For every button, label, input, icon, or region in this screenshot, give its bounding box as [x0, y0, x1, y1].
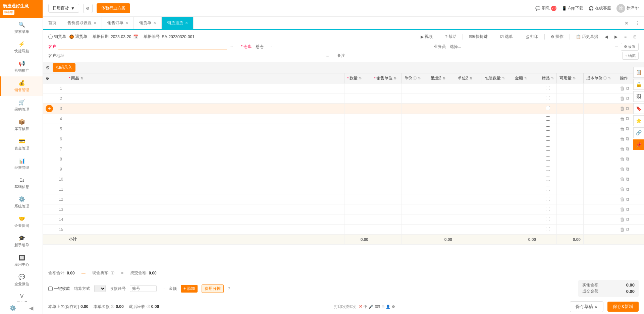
unit2-sort-icon[interactable]: ⇅ — [470, 76, 472, 80]
add-fee-btn[interactable]: + 添加 — [181, 285, 198, 293]
side-active-btn[interactable]: 📌 — [633, 139, 644, 150]
row-amount-1[interactable] — [512, 83, 539, 93]
header-settings-btn[interactable]: ⚙ — [83, 4, 93, 13]
account-more-icon[interactable]: ··· — [161, 286, 165, 291]
tab-sale-return-close[interactable]: ✕ — [185, 21, 188, 25]
sidebar-item-search[interactable]: 🔍 搜索菜单 — [0, 18, 43, 38]
salesperson-more-icon[interactable]: ··· — [615, 44, 618, 49]
sidebar-item-shortcut[interactable]: ⚡ 快捷导航 — [0, 38, 43, 57]
qty-sort-icon[interactable]: ⇅ — [359, 76, 362, 80]
del-icon-15[interactable]: 🗑 — [620, 227, 625, 232]
operate-btn[interactable]: ⚙ 操作 — [549, 33, 566, 40]
tab-sale-delivery[interactable]: 销货单 ✕ — [134, 17, 162, 29]
del-icon-13[interactable]: 🗑 — [620, 207, 625, 212]
th-package-qty[interactable]: 包装数量 ⇅ — [482, 73, 512, 83]
copy-icon-6[interactable]: ⧉ — [626, 136, 629, 142]
salesperson-input[interactable] — [448, 43, 612, 50]
side-link-btn[interactable]: 🔗 — [633, 127, 644, 138]
row-qty2-1[interactable] — [428, 83, 455, 93]
col-settings-icon[interactable]: ⚙ — [46, 65, 50, 70]
tab-menu-btn[interactable]: ⋮ — [633, 19, 641, 27]
gift-checkbox-9[interactable] — [546, 167, 550, 171]
row-sale-unit-3[interactable] — [371, 104, 401, 114]
gift-checkbox-11[interactable] — [546, 187, 550, 191]
gift-checkbox-12[interactable] — [546, 197, 550, 201]
address-input[interactable] — [66, 52, 323, 59]
pkg-sort-icon[interactable]: ⇅ — [502, 76, 505, 80]
app-download-btn[interactable]: 📱 App下载 — [562, 5, 583, 11]
th-gift[interactable]: 赠品 ⇅ — [539, 73, 557, 83]
side-star-btn[interactable]: ⭐ — [633, 115, 644, 126]
side-image-btn[interactable]: 🖼 — [633, 91, 644, 102]
customer-more-icon[interactable]: ··· — [229, 44, 233, 49]
calendar-icon[interactable]: 📅 — [133, 35, 138, 39]
avail-sort-icon[interactable]: ⇅ — [573, 76, 576, 80]
row-pkg-2[interactable] — [482, 93, 512, 104]
warehouse-more-icon[interactable]: ··· — [268, 44, 272, 49]
copy-icon-8[interactable]: ⧉ — [626, 156, 629, 162]
sidebar-item-wechat[interactable]: 💬 企业微信 — [0, 270, 43, 290]
user-profile-btn[interactable]: 徐 徐泽华 — [616, 4, 639, 13]
sidebar-item-purchase[interactable]: 🛒 采购管理 — [0, 96, 43, 115]
row-unit2-1[interactable] — [455, 83, 482, 93]
row-gift-3[interactable] — [539, 104, 557, 114]
add-row-btn[interactable]: + — [46, 105, 53, 112]
th-cost-price[interactable]: 成本单价 ⓘ ⇅ — [584, 73, 617, 83]
sidebar-item-operations[interactable]: 📊 经营管理 — [0, 154, 43, 174]
gift-sort-icon[interactable]: ⇅ — [551, 76, 554, 80]
sidebar-item-sales[interactable]: 💰 销售管理 — [0, 76, 43, 96]
row-unit2-2[interactable] — [455, 93, 482, 104]
cost-price-info-icon[interactable]: ⓘ — [603, 76, 607, 81]
video-btn[interactable]: ▶ 视频 — [419, 33, 435, 40]
gift-checkbox-10[interactable] — [546, 177, 550, 181]
gift-checkbox-14[interactable] — [546, 217, 550, 221]
gift-checkbox-4[interactable] — [546, 116, 550, 121]
del-icon-5[interactable]: 🗑 — [620, 126, 625, 132]
save-draft-btn[interactable]: 保存草稿 ∧ — [570, 301, 603, 312]
gift-checkbox-5[interactable] — [546, 126, 550, 131]
row-cost-3[interactable] — [584, 104, 617, 114]
th-qty[interactable]: * 数量 ⇅ — [344, 73, 371, 83]
side-lock-btn[interactable]: 🔒 — [633, 79, 644, 90]
row-unit2-3[interactable] — [455, 104, 482, 114]
del-icon-1[interactable]: 🗑 — [620, 86, 625, 91]
del-icon-7[interactable]: 🗑 — [620, 146, 625, 152]
copy-icon-1[interactable]: ⧉ — [626, 85, 629, 91]
row-qty-3[interactable] — [344, 104, 371, 114]
del-icon-14[interactable]: 🗑 — [620, 217, 625, 222]
row-qty-1[interactable] — [344, 83, 371, 93]
tab-sale-price[interactable]: 售价提取设置 ✕ — [62, 17, 102, 29]
row-gift-2[interactable] — [539, 93, 557, 104]
del-icon-3[interactable]: 🗑 — [620, 106, 625, 111]
del-icon-12[interactable]: 🗑 — [620, 197, 625, 202]
gift-checkbox-3[interactable] — [546, 106, 550, 110]
tab-close-all-btn[interactable]: ✕ — [623, 19, 631, 27]
del-icon-8[interactable]: 🗑 — [620, 156, 625, 162]
tab-sale-order-close[interactable]: ✕ — [125, 21, 128, 25]
scan-btn[interactable]: 扫码录入 — [53, 63, 75, 72]
th-qty2[interactable]: 数量2 ⇅ — [428, 73, 455, 83]
gift-checkbox-2[interactable] — [546, 96, 550, 100]
list-view-btn[interactable]: ≡ — [622, 34, 629, 40]
row-amount-2[interactable] — [512, 93, 539, 104]
row-available-2[interactable] — [557, 93, 584, 104]
copy-icon-14[interactable]: ⧉ — [626, 216, 629, 222]
row-sale-unit-2[interactable] — [371, 93, 401, 104]
settings-bottom-icon[interactable]: ⚙️ — [9, 305, 16, 311]
row-pkg-1[interactable] — [482, 83, 512, 93]
row-available-1[interactable] — [557, 83, 584, 93]
sidebar-item-finance[interactable]: 💳 资金管理 — [0, 135, 43, 154]
side-bookmark-btn[interactable]: 🔖 — [633, 103, 644, 114]
th-settings[interactable]: ⚙ — [43, 73, 56, 83]
copy-icon-3[interactable]: ⧉ — [626, 106, 629, 112]
row-add-btn-cell-3[interactable]: + — [43, 104, 56, 114]
discount-info-icon[interactable]: ⓘ — [111, 270, 114, 275]
radio-sale[interactable] — [48, 35, 53, 39]
online-service-btn[interactable]: 🎧 在线客服 — [589, 5, 611, 11]
row-qty2-2[interactable] — [428, 93, 455, 104]
row-add-btn-cell-2[interactable] — [43, 93, 56, 104]
shortcut-btn[interactable]: ⌨ 快捷键 — [467, 33, 490, 40]
gift-checkbox-8[interactable] — [546, 156, 550, 161]
del-icon-2[interactable]: 🗑 — [620, 96, 625, 101]
row-product-1[interactable] — [66, 83, 344, 93]
